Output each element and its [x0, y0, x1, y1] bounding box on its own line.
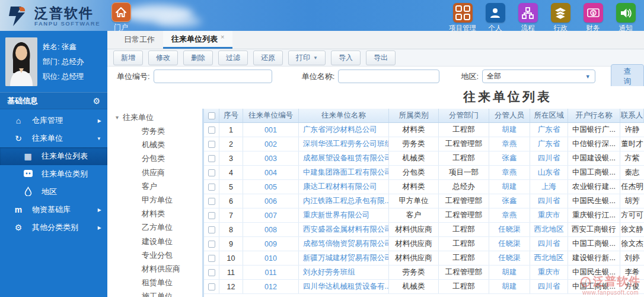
cell-unit-name[interactable]: 西安盛器金属材料有限公司 — [299, 223, 389, 236]
cell-unit-code[interactable]: 006 — [243, 194, 299, 208]
cell-region[interactable]: 广东省 — [530, 123, 568, 137]
tree-item[interactable]: 施工单位 — [116, 289, 202, 297]
cell-region[interactable]: 四川省 — [530, 280, 568, 293]
row-checkbox[interactable] — [208, 127, 215, 134]
row-checkbox[interactable] — [208, 226, 215, 233]
cell-region[interactable]: 重庆市 — [530, 208, 568, 222]
cell-unit-name[interactable]: 中建集团路面工程有限公司 — [299, 166, 389, 179]
cell-region[interactable]: 西北地区 — [530, 223, 568, 236]
col-category[interactable]: 所属类别 — [389, 109, 439, 122]
table-row[interactable]: 5 005 康达工程材料有限公司 材料类 总经办 胡建 上海 农业银行建... … — [204, 180, 644, 194]
portal-button[interactable]: 门户 — [109, 2, 133, 33]
tree-item[interactable]: 租赁单位 — [116, 276, 202, 289]
row-checkbox[interactable] — [208, 255, 215, 262]
cell-unit-code[interactable]: 001 — [243, 123, 299, 137]
cell-manager[interactable]: 任晓渠 — [489, 223, 530, 236]
print-button[interactable]: 打印▼ — [288, 50, 326, 65]
tree-root-counterparty[interactable]: ▾ 往来单位 — [116, 110, 202, 124]
tab-daily-work[interactable]: 日常工作 — [116, 31, 163, 49]
search-button[interactable]: 查询 — [611, 64, 644, 89]
row-checkbox[interactable] — [208, 155, 215, 162]
module-admin[interactable]: 行政 — [548, 3, 573, 33]
table-row[interactable]: 12 012 四川华达机械租赁设备有... 机械类 工程部 胡建 四川省 中国工… — [204, 280, 644, 294]
cell-manager[interactable]: 胡建 — [489, 266, 530, 279]
cell-manager[interactable]: 胡建 — [489, 180, 530, 194]
tree-item[interactable]: 供应商 — [116, 166, 202, 179]
table-row[interactable]: 8 008 西安盛器金属材料有限公司 材料供应商 工程部 任晓渠 西北地区 西安… — [204, 223, 644, 237]
cell-region[interactable]: 四川省 — [530, 151, 568, 165]
cell-unit-code[interactable]: 011 — [243, 266, 299, 279]
tree-item[interactable]: 机械类 — [116, 138, 202, 151]
cell-region[interactable]: 上海 — [530, 180, 568, 194]
tree-item[interactable]: 乙方单位 — [116, 220, 202, 234]
cell-unit-name[interactable]: 康达工程材料有限公司 — [299, 180, 389, 194]
col-bank[interactable]: 开户行名称 — [568, 109, 620, 122]
table-row[interactable]: 10 010 新疆万城建材贸易有限公司 材料供应商 工程部 任晓渠 西北地区 建… — [204, 251, 644, 266]
col-unit-code[interactable]: 往来单位编号 — [243, 109, 299, 122]
col-index[interactable]: 序号 — [219, 109, 243, 122]
cell-unit-name[interactable]: 内江铁路工程总承包有限... — [299, 194, 389, 208]
table-row[interactable]: 7 007 重庆新世界有限公司 客户 工程管理部 章燕 重庆市 重庆银行江...… — [204, 208, 644, 223]
cell-unit-name[interactable]: 新疆万城建材贸易有限公司 — [299, 251, 389, 265]
restore-button[interactable]: 还原 — [253, 50, 283, 65]
cell-manager[interactable]: 张鑫 — [489, 151, 530, 165]
sidebar-item-other-category[interactable]: ⚙ 其他分类类别 ▶ — [0, 219, 107, 236]
col-dept[interactable]: 分管部门 — [439, 109, 489, 122]
edit-button[interactable]: 修改 — [148, 50, 178, 65]
sidebar-section-basic-info[interactable]: 基础信息 ⚙ — [0, 92, 107, 109]
cell-unit-name[interactable]: 成都展望设备租赁有限公司 — [299, 151, 389, 165]
add-button[interactable]: 新增 — [113, 50, 143, 65]
export-button[interactable]: 导出 — [366, 50, 396, 65]
cell-manager[interactable]: 胡建 — [489, 123, 530, 137]
row-checkbox[interactable] — [208, 198, 215, 205]
col-contact[interactable]: 联系人 — [620, 109, 644, 122]
cell-unit-code[interactable]: 003 — [243, 151, 299, 165]
table-row[interactable]: 4 004 中建集团路面工程有限公司 分包类 项目一部 章燕 山东省 中国工商银… — [204, 166, 644, 180]
cell-unit-name[interactable]: 成都笃倍物资贸易有限公司 — [299, 237, 389, 251]
col-manager[interactable]: 分管人员 — [489, 109, 530, 122]
module-workflow[interactable]: 流程 — [515, 3, 540, 33]
cell-unit-name[interactable]: 重庆新世界有限公司 — [299, 208, 389, 222]
tree-item[interactable]: 客户 — [116, 179, 202, 193]
cell-manager[interactable]: 章燕 — [489, 137, 530, 151]
row-checkbox[interactable] — [208, 184, 215, 191]
table-row[interactable]: 2 002 深圳华强工程劳务公司班组 劳务类 工程管理部 章燕 广东省 中信银行… — [204, 137, 644, 151]
cell-region[interactable]: 西北地区 — [530, 251, 568, 265]
cell-region[interactable]: 重庆市 — [530, 266, 568, 279]
table-row[interactable]: 9 009 成都笃倍物资贸易有限公司 材料供应商 工程部 任晓渠 四川省 中国工… — [204, 237, 644, 251]
cell-unit-code[interactable]: 005 — [243, 180, 299, 194]
sidebar-item-counterparty-list[interactable]: ▦ 往来单位列表 — [0, 147, 107, 165]
unit-code-input[interactable] — [154, 69, 272, 83]
cell-unit-code[interactable]: 004 — [243, 166, 299, 179]
row-checkbox[interactable] — [208, 212, 215, 219]
tree-item[interactable]: 建设单位 — [116, 235, 202, 248]
sidebar-item-material-base[interactable]: m 物资基础库 ▶ — [0, 201, 107, 219]
cell-unit-code[interactable]: 002 — [243, 137, 299, 151]
row-checkbox[interactable] — [208, 269, 215, 276]
row-checkbox[interactable] — [208, 141, 215, 148]
region-select[interactable]: 全部 ▼ — [482, 69, 595, 83]
close-icon[interactable]: × — [221, 33, 224, 40]
cell-unit-code[interactable]: 012 — [243, 280, 299, 293]
col-region[interactable]: 所在区域 — [530, 109, 568, 122]
cell-unit-code[interactable]: 008 — [243, 223, 299, 236]
cell-region[interactable]: 四川省 — [530, 194, 568, 208]
col-unit-name[interactable]: 往来单位名称 — [299, 109, 389, 122]
cell-region[interactable]: 山东省 — [530, 166, 568, 179]
module-personal[interactable]: 个人 — [483, 3, 508, 33]
cell-unit-code[interactable]: 007 — [243, 208, 299, 222]
cell-unit-name[interactable]: 深圳华强工程劳务公司班组 — [299, 137, 389, 151]
cell-unit-code[interactable]: 009 — [243, 237, 299, 251]
module-notice[interactable]: 通知 — [613, 3, 638, 33]
cell-region[interactable]: 广东省 — [530, 137, 568, 151]
tree-item[interactable]: 材料类 — [116, 207, 202, 220]
table-row[interactable]: 1 001 广东省河沙材料总公司 材料类 工程部 胡建 广东省 中国银行广...… — [204, 123, 644, 137]
tree-item[interactable]: 专业分包 — [116, 248, 202, 262]
cell-region[interactable]: 四川省 — [530, 237, 568, 251]
cell-manager[interactable]: 胡建 — [489, 280, 530, 293]
cell-manager[interactable]: 张鑫 — [489, 194, 530, 208]
cell-manager[interactable]: 章燕 — [489, 166, 530, 179]
tree-item[interactable]: 材料供应商 — [116, 262, 202, 276]
delete-button[interactable]: 删除 — [183, 50, 213, 65]
sidebar-item-counterparty[interactable]: ↻ 往来单位 ▼ — [0, 129, 107, 147]
